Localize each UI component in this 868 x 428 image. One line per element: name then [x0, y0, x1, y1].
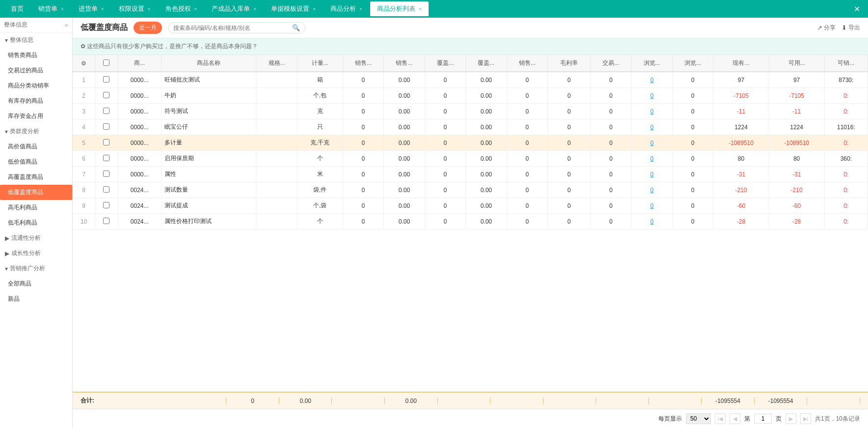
- col-available[interactable]: 可用...: [769, 55, 824, 72]
- close-icon[interactable]: ×: [101, 6, 104, 12]
- row-checkbox[interactable]: [95, 182, 118, 198]
- col-cover2[interactable]: 覆盖...: [466, 55, 507, 72]
- close-icon[interactable]: ×: [61, 6, 64, 12]
- first-page-btn[interactable]: |◀: [715, 413, 726, 424]
- row-browse1[interactable]: 0: [631, 135, 672, 151]
- row-gross-rate: 0: [548, 72, 591, 88]
- row-checkbox[interactable]: [95, 104, 118, 119]
- row-checkbox[interactable]: [95, 151, 118, 167]
- col-code[interactable]: 商...: [118, 55, 161, 72]
- sidebar-item-category-rate[interactable]: 商品分类动销率: [0, 78, 72, 93]
- nav-tab-sales[interactable]: 销货单 ×: [31, 1, 71, 16]
- row-browse1[interactable]: 0: [631, 198, 672, 214]
- col-checkbox[interactable]: [95, 55, 118, 72]
- last-page-btn[interactable]: ▶|: [800, 413, 811, 424]
- row-browse1[interactable]: 0: [631, 72, 672, 88]
- col-trade[interactable]: 交易...: [591, 55, 631, 72]
- sidebar-item-all-goods[interactable]: 全部商品: [0, 276, 72, 291]
- row-checkbox[interactable]: [95, 119, 118, 135]
- close-icon[interactable]: ×: [359, 6, 362, 12]
- col-spec[interactable]: 规格...: [256, 55, 297, 72]
- col-settings[interactable]: ⚙: [73, 55, 95, 72]
- prev-page-btn[interactable]: ◀: [730, 413, 740, 424]
- row-checkbox[interactable]: [95, 88, 118, 104]
- nav-tab-home[interactable]: 首页: [4, 1, 30, 16]
- search-input[interactable]: [173, 25, 290, 31]
- row-browse1[interactable]: 0: [631, 167, 672, 182]
- table-body: 1 0000... 旺铺批次测试 箱 0 0.00 0 0.00 0 0 0 0…: [73, 72, 868, 229]
- col-current[interactable]: 现有...: [713, 55, 769, 72]
- close-icon[interactable]: ×: [148, 6, 151, 12]
- col-unit[interactable]: 计量...: [297, 55, 343, 72]
- nav-tab-template[interactable]: 单据模板设置 ×: [264, 1, 323, 16]
- col-sales-qty[interactable]: 销售...: [343, 55, 383, 72]
- row-checkbox[interactable]: [95, 72, 118, 88]
- col-browse1[interactable]: 浏览...: [631, 55, 672, 72]
- row-checkbox[interactable]: [95, 135, 118, 151]
- row-browse1[interactable]: 0: [631, 214, 672, 229]
- sidebar-group-overall[interactable]: ▾ 整体信息: [0, 32, 72, 48]
- share-button[interactable]: ↗ 分享: [817, 24, 836, 32]
- table-row: 1 0000... 旺铺批次测试 箱 0 0.00 0 0.00 0 0 0 0…: [73, 72, 868, 88]
- col-browse2[interactable]: 浏览...: [672, 55, 713, 72]
- sidebar-group-circulation[interactable]: ▶ 流通性分析: [0, 230, 72, 246]
- col-sales-amt[interactable]: 销售...: [384, 55, 425, 72]
- row-browse1[interactable]: 0: [631, 104, 672, 119]
- sidebar-item-low-coverage[interactable]: 低覆盖度商品: [0, 185, 72, 200]
- sidebar-item-low-value[interactable]: 低价值商品: [0, 154, 72, 170]
- close-icon[interactable]: ×: [194, 6, 197, 12]
- row-spec: [256, 72, 297, 88]
- next-page-btn[interactable]: ▶: [786, 413, 796, 424]
- row-current: -1089510: [713, 135, 769, 151]
- col-saleable[interactable]: 可销...: [824, 55, 868, 72]
- sidebar-group-cluster[interactable]: ▾ 类群度分析: [0, 124, 72, 139]
- window-close-button[interactable]: ✕: [850, 2, 864, 16]
- close-icon[interactable]: ×: [253, 6, 256, 12]
- row-available: -31: [769, 167, 824, 182]
- chevron-down-icon: ▾: [5, 265, 8, 272]
- sidebar-item-high-value[interactable]: 高价值商品: [0, 139, 72, 154]
- sidebar-item-low-profit[interactable]: 低毛利商品: [0, 215, 72, 230]
- col-sales-x[interactable]: 销售...: [507, 55, 547, 72]
- nav-tab-permission[interactable]: 权限设置 ×: [112, 1, 158, 16]
- search-icon[interactable]: 🔍: [292, 24, 300, 31]
- row-checkbox[interactable]: [95, 214, 118, 229]
- export-button[interactable]: ⬇ 导出: [841, 24, 860, 32]
- select-all-checkbox[interactable]: [103, 59, 109, 66]
- close-icon[interactable]: ×: [419, 6, 422, 12]
- sidebar-item-stock-capital[interactable]: 库存资金占用: [0, 109, 72, 124]
- nav-tab-analysis[interactable]: 商品分析 ×: [324, 1, 369, 16]
- sidebar-item-new-goods[interactable]: 新品: [0, 291, 72, 307]
- nav-tab-warehouse[interactable]: 产成品入库单 ×: [205, 1, 263, 16]
- row-checkbox[interactable]: [95, 167, 118, 182]
- row-trade: 0: [591, 119, 631, 135]
- row-browse1[interactable]: 0: [631, 182, 672, 198]
- row-browse1[interactable]: 0: [631, 88, 672, 104]
- row-browse1[interactable]: 0: [631, 151, 672, 167]
- sidebar-item-traded-goods[interactable]: 交易过的商品: [0, 63, 72, 78]
- page-input[interactable]: [754, 414, 772, 424]
- col-gross-rate[interactable]: 毛利率: [548, 55, 591, 72]
- sidebar-item-high-coverage[interactable]: 高覆盖度商品: [0, 170, 72, 185]
- sidebar-item-stocked-goods[interactable]: 有库存的商品: [0, 93, 72, 109]
- page-size-select[interactable]: 50 100 200: [686, 413, 711, 424]
- chevron-right-icon: ▶: [5, 235, 9, 242]
- col-cover1[interactable]: 覆盖...: [425, 55, 465, 72]
- top-navigation: 首页 销货单 × 进货单 × 权限设置 × 角色授权 × 产成品入库单 × 单据…: [0, 0, 868, 18]
- footer-values: 0 0.00 0.00 -1095554 -1095554: [104, 398, 860, 404]
- sidebar-item-high-profit[interactable]: 高毛利商品: [0, 200, 72, 215]
- sidebar-group-marketing[interactable]: ▾ 营销推广分析: [0, 261, 72, 276]
- sidebar-collapse-btn[interactable]: «: [65, 21, 68, 29]
- nav-tab-analysis-list[interactable]: 商品分析列表 ×: [370, 1, 429, 16]
- footer-browse1: [596, 398, 649, 404]
- col-name[interactable]: 商品名称: [161, 55, 256, 72]
- row-checkbox[interactable]: [95, 198, 118, 214]
- nav-tab-purchase[interactable]: 进货单 ×: [72, 1, 111, 16]
- close-icon[interactable]: ×: [313, 6, 316, 12]
- sidebar-item-sales-goods[interactable]: 销售类商品: [0, 48, 72, 63]
- filter-recent-month-btn[interactable]: 近一月: [134, 22, 162, 34]
- nav-tab-role[interactable]: 角色授权 ×: [159, 1, 204, 16]
- row-current: -60: [713, 198, 769, 214]
- sidebar-group-growth[interactable]: ▶ 成长性分析: [0, 246, 72, 261]
- row-browse1[interactable]: 0: [631, 119, 672, 135]
